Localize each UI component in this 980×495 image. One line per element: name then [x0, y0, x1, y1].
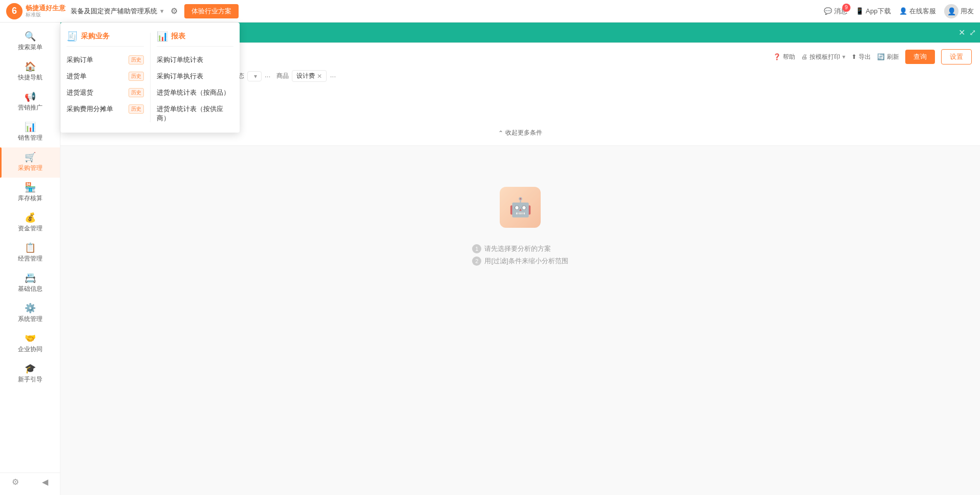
sidebar-item-guide[interactable]: 🎓 新手引导 — [0, 359, 60, 389]
logo-icon: 6 — [6, 3, 23, 19]
sidebar-item-sales[interactable]: 📊 销售管理 — [0, 117, 60, 147]
empty-robot-icon: 🤖 — [500, 187, 541, 228]
goods-tag-close[interactable]: ✕ — [317, 73, 322, 80]
sales-icon: 📊 — [25, 122, 36, 132]
refresh-label: 刷新 — [887, 53, 899, 61]
stock-in-label: 进货单 — [67, 72, 87, 81]
industry-btn[interactable]: 体验行业方案 — [184, 4, 239, 18]
enterprise-icon: 🤝 — [25, 334, 36, 343]
collapse-label: 收起更多条件 — [505, 128, 542, 137]
dropdown-menu: 🧾 采购业务 采购订单 历史 进货单 历史 进货退货 历史 — [60, 23, 240, 133]
sidebar-item-system[interactable]: ⚙️ 系统管理 — [0, 298, 60, 329]
logo-title: 畅捷通好生意 — [26, 4, 66, 12]
sidebar-item-basic[interactable]: 📇 基础信息 — [0, 268, 60, 298]
purchase-expense-label: 采购费用分摊单 — [67, 104, 113, 114]
tip-num-1: 1 — [472, 244, 481, 253]
purchase-expense-hist[interactable]: 历史 — [129, 104, 144, 114]
sidebar-label-quick-nav: 快捷导航 — [18, 73, 42, 82]
purchase-col-icon: 🧾 — [67, 31, 78, 42]
report-col-title-label: 报表 — [171, 32, 185, 41]
dropdown-overlay: 🧾 采购业务 采购订单 历史 进货单 历史 进货退货 历史 — [60, 23, 240, 133]
query-btn[interactable]: 查询 — [905, 50, 935, 64]
user-btn[interactable]: 👤 用友 — [944, 4, 974, 18]
sidebar-settings-btn[interactable]: ⚙ — [12, 477, 19, 487]
tabs-bar-right: ✕ ⤢ — [958, 28, 980, 37]
search-icon: 🔍 — [25, 32, 36, 41]
sidebar-item-inventory[interactable]: 🏪 库存核算 — [0, 178, 60, 208]
empty-state: 🤖 1 请先选择要分析的方案 2 用[过滤]条件来缩小分析范围 — [60, 146, 980, 307]
logo-text: 畅捷通好生意 标准版 — [26, 4, 66, 18]
purchase-icon: 🛒 — [25, 153, 36, 162]
sidebar-label-guide: 新手引导 — [18, 375, 42, 384]
tab-close-all-btn[interactable]: ✕ — [958, 28, 965, 37]
topbar-system: 装备及固定资产辅助管理系统 ▾ ⚙ 体验行业方案 — [71, 4, 820, 18]
sidebar-label-system: 系统管理 — [18, 315, 42, 324]
goods-label: 商品 — [276, 72, 289, 80]
dropdown-item-purchase-order-stat[interactable]: 采购订单统计表 — [157, 52, 234, 68]
finance-icon: 💰 — [25, 213, 36, 222]
empty-tips: 1 请先选择要分析的方案 2 用[过滤]条件来缩小分析范围 — [472, 244, 568, 266]
dropdown-item-stock-in[interactable]: 进货单 历史 — [67, 68, 144, 84]
dropdown-purchase-col: 🧾 采购业务 采购订单 历史 进货单 历史 进货退货 历史 — [60, 29, 150, 126]
inventory-icon: 🏪 — [25, 183, 36, 192]
print-label: 按模板打印 — [809, 53, 840, 61]
marketing-icon: 📢 — [25, 92, 36, 101]
settings-btn[interactable]: 设置 — [941, 49, 972, 64]
dropdown-item-purchase-order-exec[interactable]: 采购订单执行表 — [157, 68, 234, 84]
sidebar-item-operation[interactable]: 📋 经营管理 — [0, 238, 60, 268]
system-icon: ⚙️ — [25, 304, 36, 313]
system-dropdown-arrow[interactable]: ▾ — [160, 7, 164, 15]
purchase-order-stat-label: 采购订单统计表 — [157, 55, 203, 64]
topbar: 6 畅捷通好生意 标准版 装备及固定资产辅助管理系统 ▾ ⚙ 体验行业方案 💬 … — [0, 0, 980, 23]
dropdown-item-purchase-order[interactable]: 采购订单 历史 — [67, 52, 144, 68]
stock-return-hist[interactable]: 历史 — [129, 88, 144, 97]
goods-tag[interactable]: 设计费 ✕ — [292, 70, 327, 82]
sidebar-label-basic: 基础信息 — [18, 285, 42, 293]
export-btn[interactable]: ⬆ 导出 — [851, 53, 871, 61]
sidebar-label-finance: 资金管理 — [18, 224, 42, 233]
stock-return-label: 进货退货 — [67, 88, 93, 97]
stock-in-hist[interactable]: 历史 — [129, 72, 144, 81]
sidebar-item-quick-nav[interactable]: 🏠 快捷导航 — [0, 57, 60, 87]
sidebar-item-purchase[interactable]: 🛒 采购管理 — [0, 147, 60, 178]
tab-expand-btn[interactable]: ⤢ — [969, 28, 976, 37]
user-label: 用友 — [961, 7, 974, 16]
logo-subtitle: 标准版 — [26, 12, 66, 18]
logo-char: 6 — [12, 6, 17, 16]
online-service-btn[interactable]: 👤 在线客服 — [899, 7, 936, 16]
purchase-col-title-label: 采购业务 — [81, 32, 110, 41]
doc-status-more[interactable]: ··· — [265, 72, 271, 80]
tip-text-1: 请先选择要分析的方案 — [484, 244, 551, 253]
help-icon: ❓ — [773, 53, 781, 60]
stock-in-stat-goods-label: 进货单统计表（按商品） — [157, 88, 230, 97]
empty-tip-1: 1 请先选择要分析的方案 — [472, 244, 568, 253]
purchase-order-hist[interactable]: 历史 — [129, 55, 144, 64]
dropdown-item-stock-in-stat-supplier[interactable]: 进货单统计表（按供应商） — [157, 101, 234, 126]
dropdown-item-purchase-expense[interactable]: 采购费用分摊单 历史 — [67, 101, 144, 117]
purchase-order-label: 采购订单 — [67, 55, 93, 64]
system-settings-icon[interactable]: ⚙ — [167, 4, 181, 18]
sidebar-collapse-btn[interactable]: ◀ — [42, 477, 48, 487]
operation-icon: 📋 — [25, 243, 36, 252]
sidebar-item-marketing[interactable]: 📢 营销推广 — [0, 87, 60, 117]
goods-group: 商品 设计费 ✕ ··· — [276, 70, 336, 82]
message-btn[interactable]: 💬 消息 9 — [824, 7, 847, 16]
sidebar-item-finance[interactable]: 💰 资金管理 — [0, 208, 60, 238]
goods-more[interactable]: ··· — [330, 72, 336, 80]
print-icon: 🖨 — [801, 53, 807, 60]
help-label: 帮助 — [783, 53, 795, 61]
doc-status-select[interactable]: ▾ — [247, 71, 262, 81]
guide-icon: 🎓 — [25, 364, 36, 373]
help-btn[interactable]: ❓ 帮助 — [773, 53, 795, 61]
print-chevron-icon: ▾ — [842, 53, 845, 60]
app-download-btn[interactable]: 📱 App下载 — [856, 7, 891, 16]
dropdown-purchase-title: 🧾 采购业务 — [67, 29, 144, 47]
user-avatar: 👤 — [944, 4, 958, 18]
dropdown-item-stock-return[interactable]: 进货退货 历史 — [67, 84, 144, 101]
tip-text-2: 用[过滤]条件来缩小分析范围 — [484, 256, 568, 266]
dropdown-item-stock-in-stat-goods[interactable]: 进货单统计表（按商品） — [157, 84, 234, 101]
sidebar-item-enterprise[interactable]: 🤝 企业协同 — [0, 329, 60, 359]
sidebar-item-search[interactable]: 🔍 搜索菜单 — [0, 27, 60, 57]
refresh-btn[interactable]: 🔄 刷新 — [877, 53, 899, 61]
print-btn[interactable]: 🖨 按模板打印 ▾ — [801, 53, 845, 61]
